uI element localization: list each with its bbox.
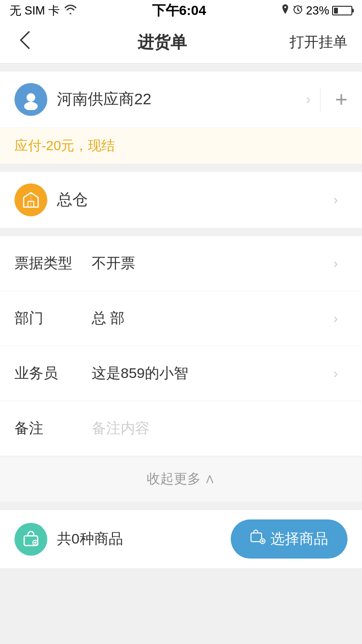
warehouse-row[interactable]: 总仓 › [0, 172, 362, 228]
add-supplier-button[interactable]: + [335, 87, 348, 112]
status-time: 下午6:04 [152, 1, 206, 20]
department-chevron-icon: › [334, 311, 338, 326]
page-title: 进货单 [138, 31, 187, 54]
open-pending-button[interactable]: 打开挂单 [290, 32, 348, 52]
department-value: 总 部 [92, 308, 334, 328]
remark-placeholder: 备注内容 [92, 419, 348, 438]
supplier-row[interactable]: 河南供应商22 › + [0, 71, 362, 128]
select-goods-label: 选择商品 [270, 529, 328, 549]
warehouse-icon [14, 183, 47, 216]
warehouse-section: 总仓 › [0, 172, 362, 228]
bottom-divider [0, 502, 362, 509]
department-row[interactable]: 部门 总 部 › [0, 291, 362, 346]
status-left: 无 SIM 卡 [10, 3, 77, 18]
remark-row[interactable]: 备注 备注内容 [0, 401, 362, 456]
salesperson-row[interactable]: 业务员 这是859的小智 › [0, 346, 362, 401]
form-section: 票据类型 不开票 › 部门 总 部 › 业务员 这是859的小智 › 备注 备注… [0, 236, 362, 502]
supplier-avatar [14, 83, 47, 116]
svg-point-2 [24, 102, 38, 110]
supplier-name: 河南供应商22 [57, 89, 306, 110]
invoice-type-chevron-icon: › [334, 256, 338, 271]
salesperson-chevron-icon: › [334, 366, 338, 381]
signal-text: 无 SIM 卡 [10, 3, 60, 18]
location-icon [281, 4, 290, 17]
supplier-chevron-icon: › [306, 92, 310, 107]
battery-percent: 23% [306, 4, 329, 17]
back-button[interactable] [14, 26, 35, 58]
supplier-section: 河南供应商22 › + 应付-20元，现结 [0, 71, 362, 164]
wifi-icon [64, 4, 77, 17]
warehouse-chevron-icon: › [334, 192, 338, 208]
collapse-row[interactable]: 收起更多 ∧ [0, 456, 362, 502]
goods-count-label: 共0种商品 [57, 529, 221, 549]
svg-point-1 [27, 93, 35, 102]
vertical-divider [320, 87, 320, 112]
salesperson-label: 业务员 [14, 364, 72, 383]
mid-divider2 [0, 228, 362, 236]
supplier-alert: 应付-20元，现结 [0, 128, 362, 164]
status-bar: 无 SIM 卡 下午6:04 23% [0, 0, 362, 21]
goods-icon [14, 523, 47, 556]
nav-bar: 进货单 打开挂单 [0, 21, 362, 64]
page-background [0, 568, 362, 644]
status-right: 23% [281, 4, 352, 17]
invoice-type-row[interactable]: 票据类型 不开票 › [0, 236, 362, 291]
bottom-bar: 共0种商品 选择商品 [0, 509, 362, 568]
top-divider [0, 64, 362, 71]
remark-label: 备注 [14, 419, 72, 438]
salesperson-value: 这是859的小智 [92, 364, 334, 383]
collapse-label: 收起更多 ∧ [147, 470, 216, 488]
select-goods-icon [250, 530, 265, 548]
invoice-type-value: 不开票 [92, 253, 334, 273]
invoice-type-label: 票据类型 [14, 253, 72, 273]
department-label: 部门 [14, 308, 72, 328]
battery-icon [332, 6, 352, 15]
mid-divider1 [0, 164, 362, 172]
select-goods-button[interactable]: 选择商品 [231, 519, 348, 559]
alarm-icon [292, 4, 303, 17]
warehouse-name: 总仓 [57, 189, 334, 210]
